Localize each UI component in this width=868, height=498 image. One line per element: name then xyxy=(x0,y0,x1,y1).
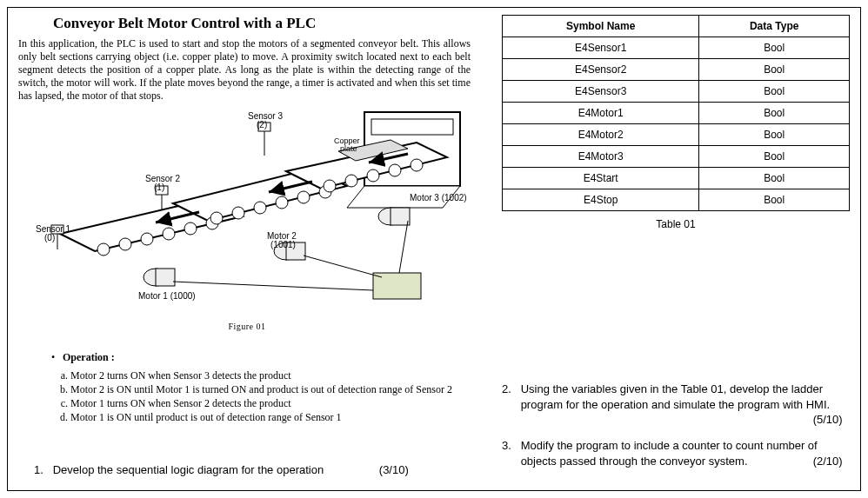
svg-rect-38 xyxy=(391,208,410,225)
page-border: Conveyor Belt Motor Control with a PLC I… xyxy=(7,7,861,491)
table-row: E4Sensor2Bool xyxy=(503,59,850,81)
op-item: Motor 2 turns ON when Sensor 3 detects t… xyxy=(70,369,464,382)
operation-list: Motor 2 turns ON when Sensor 3 detects t… xyxy=(70,369,464,424)
svg-point-6 xyxy=(97,243,110,256)
q2-marks: (5/10) xyxy=(813,412,843,428)
svg-point-9 xyxy=(163,228,175,240)
question-2: 2. Using the variables given in the Tabl… xyxy=(502,382,850,428)
table-row: E4Sensor3Bool xyxy=(503,81,850,103)
question-1: 1. Develop the sequential logic diagram … xyxy=(34,463,409,476)
svg-point-10 xyxy=(184,222,197,235)
figure-caption: Figure 01 xyxy=(25,322,469,331)
symbol-table-wrap: Symbol Name Data Type E4Sensor1Bool E4Se… xyxy=(502,15,850,230)
operation-heading: Operation : xyxy=(63,351,115,363)
svg-point-22 xyxy=(411,159,423,171)
op-item: Motor 2 is ON until Motor 1 is turned ON… xyxy=(70,383,464,396)
svg-point-16 xyxy=(297,191,310,203)
table-row: E4StopBool xyxy=(503,189,850,211)
table-row: E4StartBool xyxy=(503,168,850,189)
svg-point-18 xyxy=(324,180,336,192)
svg-point-14 xyxy=(254,202,266,214)
lbl-sensor3-num: (2) xyxy=(257,120,267,129)
table-row: E4Motor3Bool xyxy=(503,146,850,168)
conveyor-figure: Sensor 1 (0) Sensor 2 (1) Sensor 3 (2) C… xyxy=(25,103,469,329)
symbol-table: Symbol Name Data Type E4Sensor1Bool E4Se… xyxy=(502,15,850,211)
conveyor-svg: Sensor 1 (0) Sensor 2 (1) Sensor 3 (2) C… xyxy=(25,103,469,316)
svg-line-42 xyxy=(399,221,408,273)
lbl-motor2-num: (1001) xyxy=(270,240,296,249)
q3-num: 3. xyxy=(502,438,517,454)
svg-point-7 xyxy=(119,238,131,250)
q2-num: 2. xyxy=(502,382,517,397)
intro-paragraph: In this application, the PLC is used to … xyxy=(18,37,471,103)
operation-section: • Operation : Motor 2 turns ON when Sens… xyxy=(46,351,464,425)
svg-point-8 xyxy=(141,233,153,245)
svg-point-13 xyxy=(232,207,244,219)
question-3: 3. Modify the program to include a count… xyxy=(502,438,850,468)
op-item: Motor 1 turns ON when Sensor 2 detects t… xyxy=(70,397,464,410)
svg-point-20 xyxy=(367,169,379,182)
lbl-plate: plate xyxy=(340,144,357,153)
svg-rect-1 xyxy=(371,119,453,135)
svg-point-19 xyxy=(345,175,357,187)
table-row: E4Sensor1Bool xyxy=(503,37,850,59)
op-item: Motor 1 is ON until product is out of de… xyxy=(70,411,464,424)
table-caption: Table 01 xyxy=(502,218,850,230)
table-row: E4Motor2Bool xyxy=(503,124,850,146)
svg-line-40 xyxy=(173,282,373,290)
bullet-icon: • xyxy=(46,351,60,364)
q3-marks: (2/10) xyxy=(813,454,843,469)
svg-point-15 xyxy=(276,196,288,209)
table-header-row: Symbol Name Data Type xyxy=(503,16,850,37)
q2-text: Using the variables given in the Table 0… xyxy=(521,382,831,411)
svg-point-21 xyxy=(389,164,401,176)
lbl-sensor2-num: (1) xyxy=(154,183,164,192)
q3-text: Modify the program to include a counter … xyxy=(521,439,818,468)
svg-rect-34 xyxy=(156,269,175,286)
svg-point-12 xyxy=(210,212,223,224)
q1-text: Develop the sequential logic diagram for… xyxy=(53,463,324,476)
q1-num: 1. xyxy=(34,463,43,476)
svg-line-41 xyxy=(304,256,382,277)
col-type: Data Type xyxy=(699,16,850,37)
q1-marks: (3/10) xyxy=(379,463,409,476)
col-symbol: Symbol Name xyxy=(503,16,699,37)
lbl-sensor1-num: (0) xyxy=(44,233,55,242)
lbl-motor3: Motor 3 (1002) xyxy=(410,193,467,203)
lbl-motor1: Motor 1 (1000) xyxy=(138,291,196,301)
table-row: E4Motor1Bool xyxy=(503,103,850,124)
